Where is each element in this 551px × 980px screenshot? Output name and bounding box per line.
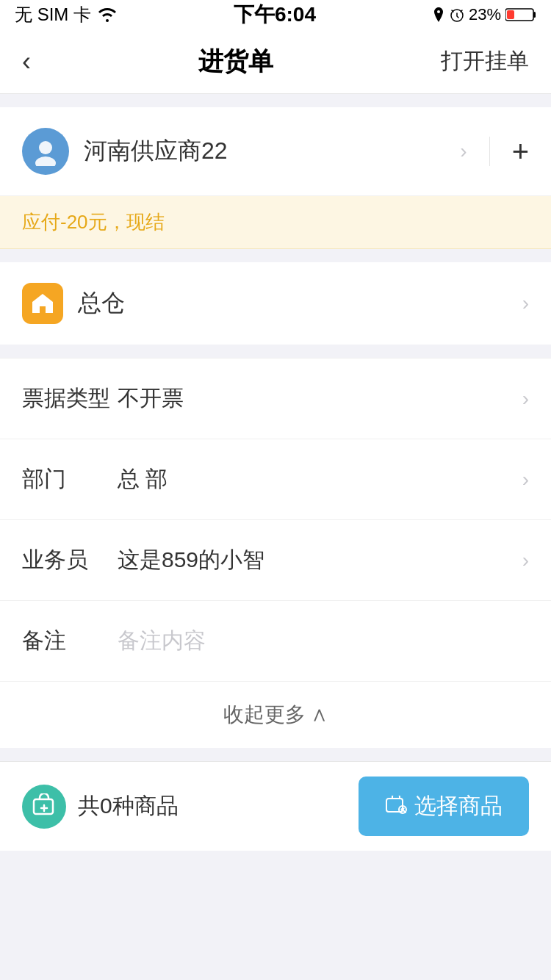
payment-text: 应付-20元，现结 bbox=[22, 211, 165, 233]
section-gap-1 bbox=[0, 94, 551, 107]
wifi-icon bbox=[97, 7, 118, 22]
status-right: 23% bbox=[432, 5, 536, 24]
status-bar: 无 SIM 卡 下午6:04 23% bbox=[0, 0, 551, 29]
section-gap-2 bbox=[0, 249, 551, 262]
page-title: 进货单 bbox=[198, 45, 273, 79]
department-label: 部门 bbox=[22, 464, 118, 494]
alarm-icon bbox=[450, 7, 464, 22]
supplier-row[interactable]: 河南供应商22 › + bbox=[0, 107, 551, 196]
collapse-label: 收起更多 ∧ bbox=[223, 701, 328, 729]
salesman-value: 这是859的小智 bbox=[118, 545, 522, 575]
department-arrow-icon: › bbox=[522, 468, 529, 491]
bottom-bar: 共0种商品 选择商品 bbox=[0, 761, 551, 851]
warehouse-icon bbox=[22, 283, 63, 324]
svg-rect-7 bbox=[386, 799, 403, 812]
battery-icon bbox=[505, 7, 536, 22]
house-icon bbox=[30, 291, 55, 316]
form-section: 票据类型 不开票 › 部门 总 部 › 业务员 这是859的小智 › 备注 备注… bbox=[0, 358, 551, 748]
open-pending-button[interactable]: 打开挂单 bbox=[441, 46, 529, 76]
supplier-divider bbox=[489, 137, 490, 166]
location-icon bbox=[432, 7, 445, 22]
svg-rect-2 bbox=[533, 12, 536, 18]
nav-bar: ‹ 进货单 打开挂单 bbox=[0, 29, 551, 94]
section-gap-3 bbox=[0, 345, 551, 358]
status-left: 无 SIM 卡 bbox=[15, 3, 118, 26]
svg-point-5 bbox=[35, 156, 56, 166]
supplier-arrow-icon: › bbox=[460, 140, 467, 163]
supplier-name: 河南供应商22 bbox=[84, 135, 460, 167]
department-row[interactable]: 部门 总 部 › bbox=[0, 439, 551, 519]
sim-status: 无 SIM 卡 bbox=[15, 3, 91, 26]
person-icon bbox=[31, 137, 60, 166]
warehouse-row[interactable]: 总仓 › bbox=[0, 262, 551, 345]
background-fill bbox=[0, 851, 551, 980]
select-product-button[interactable]: 选择商品 bbox=[359, 777, 529, 836]
remark-label: 备注 bbox=[22, 626, 118, 656]
salesman-label: 业务员 bbox=[22, 545, 118, 575]
battery-level: 23% bbox=[469, 5, 501, 24]
payment-notice: 应付-20元，现结 bbox=[0, 196, 551, 249]
remark-value[interactable]: 备注内容 bbox=[118, 626, 529, 656]
product-count: 共0种商品 bbox=[78, 791, 179, 821]
invoice-arrow-icon: › bbox=[522, 387, 529, 411]
warehouse-section: 总仓 › bbox=[0, 262, 551, 345]
section-gap-4 bbox=[0, 748, 551, 761]
salesman-row[interactable]: 业务员 这是859的小智 › bbox=[0, 519, 551, 600]
product-info: 共0种商品 bbox=[22, 785, 179, 829]
collapse-button[interactable]: 收起更多 ∧ bbox=[0, 681, 551, 748]
warehouse-name: 总仓 bbox=[78, 287, 522, 320]
supplier-avatar bbox=[22, 128, 69, 175]
department-value: 总 部 bbox=[118, 464, 522, 494]
cart-icon bbox=[31, 793, 57, 820]
warehouse-arrow-icon: › bbox=[522, 292, 529, 315]
status-time: 下午6:04 bbox=[234, 1, 316, 29]
svg-point-4 bbox=[39, 141, 52, 154]
invoice-value: 不开票 bbox=[118, 383, 522, 414]
back-button[interactable]: ‹ bbox=[22, 46, 31, 77]
invoice-label: 票据类型 bbox=[22, 383, 118, 414]
salesman-arrow-icon: › bbox=[522, 549, 529, 572]
select-product-icon bbox=[385, 796, 407, 818]
remark-row[interactable]: 备注 备注内容 bbox=[0, 600, 551, 681]
invoice-type-row[interactable]: 票据类型 不开票 › bbox=[0, 358, 551, 439]
supplier-section: 河南供应商22 › + 应付-20元，现结 bbox=[0, 107, 551, 249]
product-icon bbox=[22, 785, 66, 829]
svg-rect-3 bbox=[507, 10, 514, 19]
add-supplier-button[interactable]: + bbox=[512, 135, 529, 168]
select-product-label: 选择商品 bbox=[414, 791, 503, 821]
